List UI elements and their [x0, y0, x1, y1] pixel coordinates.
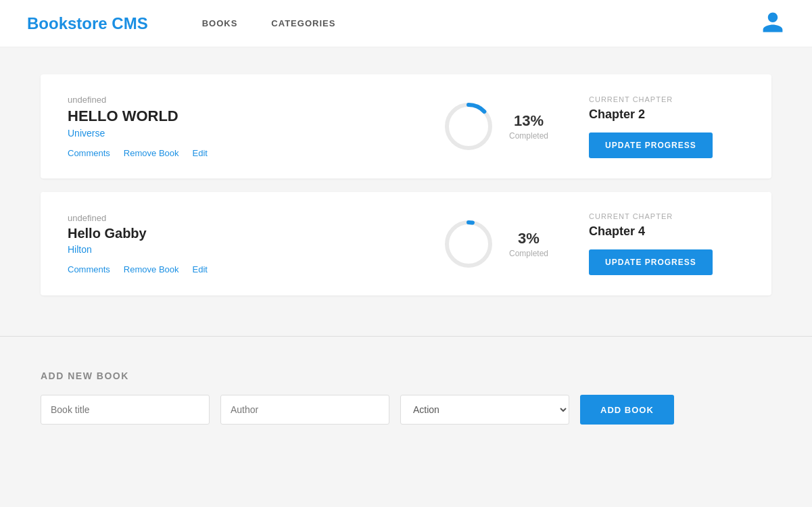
nav-links: BOOKS CATEGORIES — [202, 18, 761, 28]
book-remove-2[interactable]: Remove Book — [124, 264, 179, 274]
book-edit-1[interactable]: Edit — [193, 148, 208, 158]
current-chapter-value-2: Chapter 4 — [589, 224, 744, 239]
book-edit-2[interactable]: Edit — [193, 264, 208, 274]
book-info-1: undefined HELLO WORLD Universe Comments … — [68, 95, 401, 158]
book-comments-2[interactable]: Comments — [68, 264, 110, 274]
book-remove-1[interactable]: Remove Book — [124, 148, 179, 158]
brand-title[interactable]: Bookstore CMS — [27, 14, 148, 33]
book-title-input[interactable] — [41, 395, 210, 425]
chapter-section-2: CURRENT CHAPTER Chapter 4 UPDATE PROGRES… — [589, 212, 744, 275]
book-card-2: undefined Hello Gabby Hilton Comments Re… — [41, 192, 771, 295]
book-title-1: HELLO WORLD — [68, 107, 401, 125]
progress-section-1: 13% Completed — [441, 99, 548, 153]
book-title-2: Hello Gabby — [68, 226, 401, 241]
book-card-1: undefined HELLO WORLD Universe Comments … — [41, 74, 771, 178]
section-divider — [0, 336, 812, 337]
book-actions-1: Comments Remove Book Edit — [68, 148, 401, 158]
update-progress-btn-1[interactable]: UPDATE PROGRESS — [589, 132, 713, 158]
progress-circle-2 — [441, 217, 496, 271]
progress-percent-1: 13% — [509, 112, 548, 130]
book-undefined-1: undefined — [68, 95, 401, 105]
progress-circle-1 — [441, 99, 496, 153]
book-actions-2: Comments Remove Book Edit — [68, 264, 401, 274]
user-icon[interactable] — [761, 25, 785, 37]
add-book-form: Action Adventure Comedy Drama Fantasy Ho… — [41, 395, 771, 425]
progress-text-1: 13% Completed — [509, 112, 548, 141]
progress-label-1: Completed — [509, 131, 548, 141]
category-select[interactable]: Action Adventure Comedy Drama Fantasy Ho… — [400, 395, 569, 425]
book-author-1[interactable]: Universe — [68, 128, 401, 139]
progress-percent-2: 3% — [509, 230, 548, 247]
book-comments-1[interactable]: Comments — [68, 148, 110, 158]
current-chapter-label-1: CURRENT CHAPTER — [589, 95, 744, 103]
nav-link-books[interactable]: BOOKS — [202, 18, 238, 28]
svg-point-2 — [447, 222, 490, 266]
main-content: undefined HELLO WORLD Universe Comments … — [0, 47, 812, 329]
author-input[interactable] — [220, 395, 389, 425]
progress-label-2: Completed — [509, 249, 548, 258]
add-book-section: ADD NEW BOOK Action Adventure Comedy Dra… — [0, 357, 812, 452]
update-progress-btn-2[interactable]: UPDATE PROGRESS — [589, 249, 713, 275]
progress-text-2: 3% Completed — [509, 230, 548, 258]
chapter-section-1: CURRENT CHAPTER Chapter 2 UPDATE PROGRES… — [589, 95, 744, 158]
nav-user[interactable] — [761, 10, 785, 37]
current-chapter-value-1: Chapter 2 — [589, 107, 744, 122]
nav-link-categories[interactable]: CATEGORIES — [271, 18, 335, 28]
progress-section-2: 3% Completed — [441, 217, 548, 271]
current-chapter-label-2: CURRENT CHAPTER — [589, 212, 744, 220]
book-author-2[interactable]: Hilton — [68, 244, 401, 255]
book-info-2: undefined Hello Gabby Hilton Comments Re… — [68, 213, 401, 274]
add-book-title: ADD NEW BOOK — [41, 370, 771, 381]
book-undefined-2: undefined — [68, 213, 401, 223]
navbar: Bookstore CMS BOOKS CATEGORIES — [0, 0, 812, 47]
add-book-button[interactable]: ADD BOOK — [580, 395, 674, 425]
